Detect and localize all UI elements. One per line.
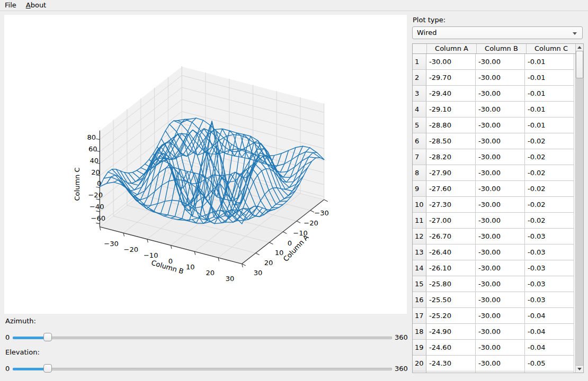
table-cell[interactable]: -0.04	[525, 308, 574, 324]
table-cell[interactable]: -30.00	[426, 54, 476, 70]
table-cell[interactable]: -24.60	[426, 340, 476, 356]
table-cell[interactable]: -0.01	[525, 117, 574, 133]
table-cell[interactable]: -0.03	[525, 244, 574, 260]
scrollbar-thumb[interactable]	[576, 51, 583, 78]
table-cell[interactable]: -25.50	[426, 292, 476, 308]
table-cell[interactable]: -0.03	[525, 260, 574, 276]
row-number-cell[interactable]: 10	[413, 197, 426, 213]
row-number-cell[interactable]: 19	[413, 340, 426, 356]
azimuth-min-label: 0	[5, 333, 10, 342]
row-number-cell[interactable]: 3	[413, 86, 426, 102]
elevation-slider[interactable]: 0 360	[0, 364, 588, 373]
slider-track[interactable]	[13, 337, 392, 339]
row-number-cell[interactable]: 14	[413, 260, 426, 276]
row-number-cell[interactable]: 16	[413, 292, 426, 308]
table-cell[interactable]: -30.00	[476, 54, 525, 70]
row-number-cell[interactable]: 11	[413, 213, 426, 229]
scroll-up-button[interactable]	[576, 44, 583, 51]
row-number-cell[interactable]: 9	[413, 181, 426, 197]
table-cell[interactable]: -0.03	[525, 292, 574, 308]
row-number-cell[interactable]: 7	[413, 149, 426, 165]
table-cell[interactable]: -27.90	[426, 165, 476, 181]
row-number-cell[interactable]: 5	[413, 117, 426, 133]
table-cell[interactable]: -27.60	[426, 181, 476, 197]
table-cell[interactable]: -30.00	[476, 149, 525, 165]
slider-track[interactable]	[13, 368, 392, 370]
table-cell[interactable]: -30.00	[476, 213, 525, 229]
table-cell[interactable]: -28.50	[426, 133, 476, 149]
table-cell[interactable]: -30.00	[476, 86, 525, 102]
table-cell[interactable]: -30.00	[476, 276, 525, 292]
table-cell[interactable]: -0.03	[525, 276, 574, 292]
column-header-b[interactable]: Column B	[477, 44, 527, 53]
row-number-cell[interactable]: 2	[413, 70, 426, 86]
table-cell[interactable]: -30.00	[476, 165, 525, 181]
plot-figure[interactable]: −30−20−100102030−30−20−10010203080604020…	[4, 15, 407, 314]
table-cell[interactable]: -28.20	[426, 149, 476, 165]
table-cell[interactable]: -29.70	[426, 70, 476, 86]
data-table[interactable]: Column A Column B Column C 1-30.00-30.00…	[412, 43, 584, 373]
table-cell[interactable]: -0.01	[525, 54, 574, 70]
slider-handle[interactable]	[43, 364, 52, 373]
table-cell[interactable]: -30.00	[476, 244, 525, 260]
table-cell[interactable]: -26.40	[426, 244, 476, 260]
elevation-label: Elevation:	[5, 348, 40, 356]
svg-text:−30: −30	[314, 209, 328, 217]
row-number-cell[interactable]: 17	[413, 308, 426, 324]
row-number-cell[interactable]: 13	[413, 244, 426, 260]
table-cell[interactable]: -28.80	[426, 117, 476, 133]
table-cell[interactable]: -29.40	[426, 86, 476, 102]
table-row: 13-26.40-30.00-0.03	[413, 244, 583, 260]
column-header-c[interactable]: Column C	[527, 44, 576, 53]
table-cell[interactable]: -0.01	[525, 70, 574, 86]
table-cell[interactable]: -0.02	[525, 149, 574, 165]
row-number-cell[interactable]: 8	[413, 165, 426, 181]
row-number-cell[interactable]: 6	[413, 133, 426, 149]
table-cell[interactable]: -0.04	[525, 340, 574, 356]
table-cell[interactable]: -30.00	[476, 117, 525, 133]
table-cell[interactable]: -0.02	[525, 181, 574, 197]
table-cell[interactable]: -26.70	[426, 229, 476, 244]
table-row: 10-27.30-30.00-0.02	[413, 197, 583, 213]
3d-plot-canvas[interactable]: −30−20−100102030−30−20−10010203080604020…	[4, 15, 407, 314]
azimuth-slider[interactable]: 0 360	[0, 333, 588, 342]
menu-item-about[interactable]: About	[21, 0, 51, 11]
svg-text:30: 30	[226, 275, 235, 283]
table-row: 15-25.80-30.00-0.03	[413, 276, 583, 292]
table-cell[interactable]: -0.02	[525, 213, 574, 229]
table-cell[interactable]: -0.01	[525, 102, 574, 117]
table-cell[interactable]: -30.00	[476, 197, 525, 213]
table-cell[interactable]: -25.80	[426, 276, 476, 292]
slider-handle[interactable]	[43, 333, 52, 341]
row-number-cell[interactable]: 15	[413, 276, 426, 292]
table-cell[interactable]: -30.00	[476, 308, 525, 324]
table-cell[interactable]: -0.02	[525, 133, 574, 149]
svg-text:Column A: Column A	[282, 233, 310, 263]
row-number-cell[interactable]: 4	[413, 102, 426, 117]
plot-type-select[interactable]: Wired	[412, 26, 583, 39]
table-cell[interactable]: -30.00	[476, 102, 525, 117]
table-scrollbar[interactable]	[575, 44, 583, 373]
table-cell[interactable]: -29.10	[426, 102, 476, 117]
table-cell[interactable]: -30.00	[476, 340, 525, 356]
table-cell[interactable]: -30.00	[476, 133, 525, 149]
table-cell[interactable]: -30.00	[476, 292, 525, 308]
table-row: 4-29.10-30.00-0.01	[413, 102, 583, 117]
table-cell[interactable]: -30.00	[476, 260, 525, 276]
svg-text:20: 20	[264, 259, 273, 267]
table-cell[interactable]: -0.02	[525, 197, 574, 213]
table-cell[interactable]: -0.01	[525, 86, 574, 102]
table-cell[interactable]: -30.00	[476, 70, 525, 86]
column-header-a[interactable]: Column A	[427, 44, 477, 53]
table-cell[interactable]: -26.10	[426, 260, 476, 276]
table-cell[interactable]: -30.00	[476, 229, 525, 244]
row-number-cell[interactable]: 12	[413, 229, 426, 244]
table-cell[interactable]: -30.00	[476, 181, 525, 197]
table-cell[interactable]: -0.03	[525, 229, 574, 244]
table-cell[interactable]: -27.00	[426, 213, 476, 229]
menu-item-file[interactable]: File	[0, 0, 21, 11]
table-cell[interactable]: -27.30	[426, 197, 476, 213]
table-cell[interactable]: -0.02	[525, 165, 574, 181]
table-cell[interactable]: -25.20	[426, 308, 476, 324]
row-number-cell[interactable]: 1	[413, 54, 426, 70]
